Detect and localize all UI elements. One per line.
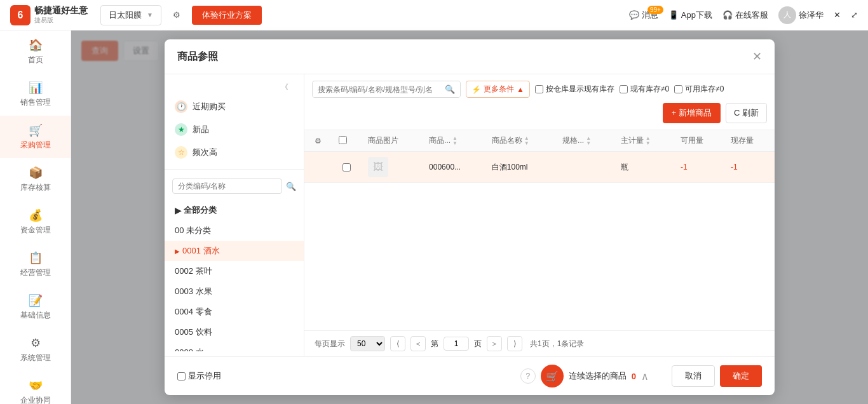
recent-icon: 🕐 <box>175 100 187 113</box>
user-area[interactable]: 人 徐泽华 <box>778 6 824 24</box>
close-window-btn[interactable]: ✕ <box>834 10 841 20</box>
quick-access-recent[interactable]: 🕐 近期购买 <box>165 95 304 118</box>
collapse-up-btn[interactable]: ∧ <box>641 370 649 382</box>
left-panel: 《 🕐 近期购买 ★ 新品 ☆ 频次高 <box>165 74 304 356</box>
check-stock-nonzero-input[interactable] <box>620 85 628 93</box>
cart-btn[interactable]: 🛒 <box>541 365 564 387</box>
product-search-icon[interactable]: 🔍 <box>440 81 460 97</box>
first-page-btn[interactable]: ⟨ <box>390 336 405 351</box>
prev-page-btn[interactable]: ＜ <box>410 336 426 351</box>
category-search-input[interactable] <box>172 178 282 194</box>
quick-access-new[interactable]: ★ 新品 <box>165 118 304 141</box>
sidebar-label-stock: 库存核算 <box>20 182 51 193</box>
confirm-btn[interactable]: 确定 <box>720 365 762 387</box>
filter-actions: + 新增商品 C 刷新 <box>663 103 767 123</box>
quick-access-header: 《 <box>165 79 304 95</box>
check-available-nonzero-input[interactable] <box>674 85 682 93</box>
select-all-checkbox[interactable] <box>339 136 347 144</box>
category-item-0004[interactable]: 0004 零食 <box>165 302 304 322</box>
th-code[interactable]: 商品... ▲▼ <box>423 130 485 152</box>
modal-title: 商品参照 <box>177 50 218 64</box>
refresh-btn[interactable]: C 刷新 <box>726 103 767 123</box>
modal-close-btn[interactable]: ✕ <box>752 50 762 64</box>
add-product-btn[interactable]: + 新增商品 <box>663 103 721 123</box>
modal-footer: 显示停用 ? 🛒 连续选择的商品 0 ∧ 取消 确定 <box>165 356 775 395</box>
category-item-0008[interactable]: 0008 水 <box>165 342 304 351</box>
per-page-select[interactable]: 50 100 <box>350 336 385 351</box>
th-spec[interactable]: 规格... ▲▼ <box>556 130 614 152</box>
show-disabled-label[interactable]: 显示停用 <box>177 370 221 382</box>
category-item-0003[interactable]: 0003 水果 <box>165 281 304 302</box>
sidebar-label-corp: 企业协同 <box>20 395 51 404</box>
category-item-0002[interactable]: 0002 茶叶 <box>165 261 304 281</box>
sidebar-label-business: 经营管理 <box>20 267 51 278</box>
quick-access-freq[interactable]: ☆ 频次高 <box>165 141 304 164</box>
sidebar-item-system[interactable]: ⚙ 系统管理 <box>0 328 71 371</box>
th-unit-label: 主计量 <box>621 135 644 146</box>
per-page-label: 每页显示 <box>315 339 345 349</box>
category-list: ▶ 全部分类 00 未分类 ▶ 0001 酒水 0002 茶 <box>165 198 304 351</box>
content-area: 查询 设置 刷新 商品参照 ✕ 《 <box>71 30 868 404</box>
row-checkbox[interactable] <box>342 163 351 172</box>
page-input[interactable] <box>444 337 469 351</box>
product-search-input[interactable] <box>313 82 440 97</box>
last-page-btn[interactable]: ⟩ <box>507 336 522 351</box>
category-label-0004: 0004 零食 <box>175 306 212 318</box>
next-page-btn[interactable]: ＞ <box>487 336 502 351</box>
show-disabled-checkbox[interactable] <box>177 372 186 380</box>
sidebar-item-purchase[interactable]: 🛒 采购管理 <box>0 116 71 158</box>
category-item-0001[interactable]: ▶ 0001 酒水 <box>165 241 304 261</box>
category-search-icon[interactable]: 🔍 <box>286 182 296 191</box>
th-name[interactable]: 商品名称 ▲▼ <box>485 130 556 152</box>
business-icon: 📋 <box>29 251 43 265</box>
corp-icon: 🤝 <box>29 379 43 393</box>
sidebar-item-business[interactable]: 📋 经营管理 <box>0 243 71 286</box>
category-item-0005[interactable]: 0005 饮料 <box>165 322 304 342</box>
sidebar-label-purchase: 采购管理 <box>20 140 51 151</box>
check-stock-nonzero-label[interactable]: 现有库存≠0 <box>620 84 669 95</box>
help-icon[interactable]: ? <box>520 368 536 384</box>
category-item-uncat[interactable]: 00 未分类 <box>165 220 304 241</box>
check-warehouse-input[interactable] <box>535 85 543 93</box>
freq-icon: ☆ <box>175 146 187 159</box>
check-warehouse-label[interactable]: 按仓库显示现有库存 <box>535 84 614 95</box>
messages-btn[interactable]: 💬 消息 99+ <box>629 10 658 21</box>
sidebar-item-sales[interactable]: 📊 销售管理 <box>0 73 71 116</box>
nav-label: 日太阳膜 <box>109 10 142 21</box>
phone-icon: 📱 <box>668 10 679 20</box>
row-code: 000600... <box>423 152 485 183</box>
sidebar-item-home[interactable]: 🏠 首页 <box>0 30 71 73</box>
app-label: App下载 <box>681 10 712 21</box>
th-stock: 现存量 <box>724 130 775 152</box>
check-available-nonzero-label[interactable]: 可用库存≠0 <box>674 84 724 95</box>
row-gear <box>304 152 332 183</box>
table-row[interactable]: 🖼 000600... 白酒100ml 瓶 -1 -1 <box>304 152 775 183</box>
online-service-btn[interactable]: 🎧 在线客服 <box>722 10 768 21</box>
th-img-label: 商品图片 <box>368 136 398 145</box>
sidebar-item-finance[interactable]: 💰 资金管理 <box>0 201 71 243</box>
left-panel-collapse-btn[interactable]: 《 <box>276 82 294 93</box>
sidebar-item-stock[interactable]: 📦 库存核算 <box>0 158 71 201</box>
more-conditions-btn[interactable]: ⚡ 更多条件 ▲ <box>466 81 530 98</box>
new-icon: ★ <box>175 123 187 136</box>
sidebar-item-corp[interactable]: 🤝 企业协同 <box>0 371 71 404</box>
trial-btn[interactable]: 体验行业方案 <box>192 6 262 25</box>
gear-icon[interactable]: ⚙ <box>315 137 322 145</box>
category-item-all[interactable]: ▶ 全部分类 <box>165 200 304 220</box>
category-label-0003: 0003 水果 <box>175 286 212 297</box>
topbar-right: 💬 消息 99+ 📱 App下载 🎧 在线客服 人 徐泽华 ✕ ⤢ <box>629 6 858 24</box>
app-download-btn[interactable]: 📱 App下载 <box>668 10 712 21</box>
nav-dropdown[interactable]: 日太阳膜 ▼ <box>100 5 161 25</box>
maximize-btn[interactable]: ⤢ <box>851 10 858 20</box>
page-label: 第 <box>431 339 438 349</box>
expand-0001-icon: ▶ <box>175 248 180 255</box>
quick-access-new-label: 新品 <box>193 124 209 135</box>
avatar: 人 <box>778 6 796 24</box>
right-panel: 🔍 ⚡ 更多条件 ▲ 按仓库显示现有库存 <box>304 74 775 356</box>
sort-unit-icon: ▲▼ <box>646 136 651 146</box>
modal-body: 《 🕐 近期购买 ★ 新品 ☆ 频次高 <box>165 74 775 356</box>
th-unit[interactable]: 主计量 ▲▼ <box>614 130 674 152</box>
sidebar-item-basic[interactable]: 📝 基础信息 <box>0 286 71 328</box>
settings-icon[interactable]: ⚙ <box>166 5 187 25</box>
cancel-btn[interactable]: 取消 <box>672 365 715 387</box>
